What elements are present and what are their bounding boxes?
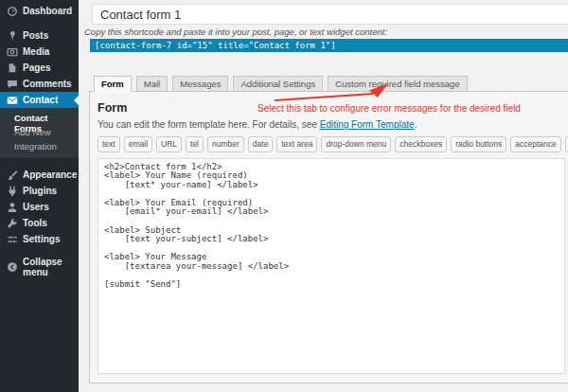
contact-submenu: Contact Forms Add New Integration	[0, 108, 79, 158]
tab-mail[interactable]: Mail	[136, 76, 168, 92]
sidebar-item-posts[interactable]: Posts	[0, 27, 79, 44]
submenu-item-add-new[interactable]: Add New	[0, 125, 79, 139]
page-icon	[7, 62, 18, 74]
sidebar-item-label: Dashboard	[23, 6, 72, 16]
tag-button-text-area[interactable]: text area	[276, 136, 317, 152]
tag-button-checkboxes[interactable]: checkboxes	[395, 136, 447, 152]
sidebar-item-label: Pages	[23, 62, 50, 73]
tag-generator-buttons: text email URL tel number date text area…	[98, 136, 564, 152]
speech-bubble-icon	[7, 79, 18, 90]
envelope-icon	[7, 95, 18, 106]
tag-button-text[interactable]: text	[98, 136, 120, 152]
menu-separator	[0, 19, 79, 27]
collapse-menu-label: Collapse menu	[23, 257, 75, 277]
wrench-icon	[7, 218, 18, 229]
sidebar-item-appearance[interactable]: Appearance	[0, 167, 79, 183]
tag-button-number[interactable]: number	[207, 136, 244, 152]
dashboard-icon	[7, 6, 18, 17]
submenu-item-integration[interactable]: Integration	[0, 139, 79, 153]
pushpin-icon	[7, 30, 18, 42]
tab-messages[interactable]: Messages	[172, 76, 228, 92]
sidebar-item-settings[interactable]: Settings	[0, 231, 79, 247]
sliders-icon	[7, 234, 18, 245]
sidebar-item-label: Posts	[23, 30, 48, 41]
sidebar-item-plugins[interactable]: Plugins	[0, 183, 79, 199]
tag-button-url[interactable]: URL	[156, 136, 182, 152]
admin-sidebar: Dashboard Posts Media Pages Comments	[0, 0, 79, 392]
form-template-textarea[interactable]: <h2>Contact form 1</h2> <label> Your Nam…	[98, 158, 565, 374]
collapse-arrow-icon	[7, 261, 18, 273]
sidebar-item-label: Users	[23, 202, 49, 212]
sidebar-item-comments[interactable]: Comments	[0, 76, 79, 92]
sidebar-item-users[interactable]: Users	[0, 199, 79, 215]
tag-button-drop-down-menu[interactable]: drop-down menu	[321, 136, 391, 152]
editing-form-template-link[interactable]: Editing Form Template	[320, 119, 415, 130]
sidebar-item-pages[interactable]: Pages	[0, 60, 79, 76]
sidebar-item-media[interactable]: Media	[0, 44, 79, 60]
tag-button-tel[interactable]: tel	[186, 136, 204, 152]
sidebar-item-contact[interactable]: Contact	[0, 92, 79, 108]
description-text: You can edit the form template here. For…	[98, 119, 320, 130]
shortcode-field[interactable]	[90, 39, 568, 52]
shortcode-hint: Copy this shortcode and paste it into yo…	[84, 27, 387, 37]
form-title-input[interactable]	[92, 4, 568, 25]
person-icon	[7, 202, 18, 213]
plug-icon	[7, 186, 18, 197]
sidebar-item-dashboard[interactable]: Dashboard	[0, 3, 79, 19]
annotation-text: Select this tab to configure error messa…	[257, 103, 521, 114]
brush-icon	[7, 169, 18, 181]
sidebar-item-label: Media	[23, 46, 49, 57]
tag-button-acceptance[interactable]: acceptance	[510, 136, 560, 152]
sidebar-item-tools[interactable]: Tools	[0, 215, 79, 231]
tag-button-radio-buttons[interactable]: radio buttons	[451, 136, 506, 152]
tag-button-date[interactable]: date	[248, 136, 274, 152]
sidebar-item-label: Tools	[23, 218, 47, 228]
sidebar-item-label: Comments	[23, 79, 72, 89]
menu-separator	[0, 158, 79, 167]
sidebar-item-label: Settings	[23, 234, 60, 244]
collapse-menu-button[interactable]: Collapse menu	[0, 258, 79, 275]
panel-description: You can edit the form template here. For…	[98, 119, 568, 130]
camera-icon	[7, 46, 18, 58]
form-editor-panel: Form You can edit the form template here…	[89, 91, 568, 383]
tab-form[interactable]: Form	[94, 76, 132, 92]
sidebar-item-label: Appearance	[23, 169, 77, 180]
sidebar-item-label: Contact	[23, 95, 58, 105]
annotation-arrow-icon	[273, 81, 392, 104]
sidebar-item-label: Plugins	[23, 186, 57, 196]
submenu-item-contact-forms[interactable]: Contact Forms	[0, 111, 79, 125]
tag-button-email[interactable]: email	[124, 136, 152, 152]
description-period: .	[415, 119, 417, 130]
